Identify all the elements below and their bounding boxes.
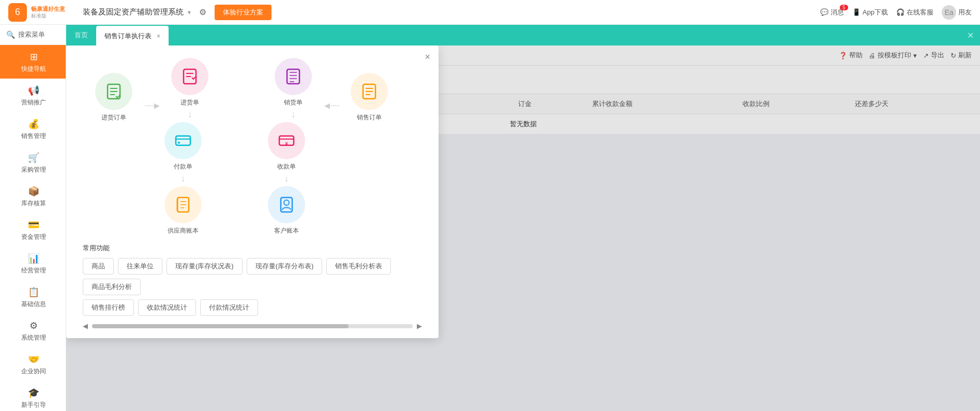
- online-service-btn[interactable]: 🎧 在线客服: [896, 8, 933, 17]
- scroll-left-btn[interactable]: ◀: [83, 322, 88, 330]
- sidebar-item-finance[interactable]: 💳 资金管理: [0, 213, 66, 247]
- payment-bill-icon: [164, 122, 202, 159]
- basic-info-icon: 📋: [28, 286, 39, 298]
- flow-node-receipt-bill[interactable]: ¥ 收款单: [255, 122, 318, 171]
- common-btn-product-gross[interactable]: 商品毛利分析: [83, 279, 141, 295]
- system-icon: ⚙: [29, 320, 38, 331]
- common-btn-receipt-stats[interactable]: 收款情况统计: [138, 299, 196, 316]
- common-btn-stock-distribution[interactable]: 现存量(库存分布表): [247, 258, 323, 275]
- flow-node-customer-ledger[interactable]: 客户账本: [255, 186, 318, 235]
- sidebar-item-basic-info[interactable]: 📋 基础信息: [0, 280, 66, 314]
- flow-node-purchase-order[interactable]: 进货订单: [83, 73, 145, 122]
- logo-area: 6 畅康通好生意 标准版: [8, 3, 74, 22]
- customer-ledger-label: 客户账本: [274, 226, 299, 235]
- sidebar-search-label: 搜索菜单: [18, 30, 45, 39]
- newbie-icon: 🎓: [28, 387, 39, 399]
- avatar-text: Ea: [944, 8, 953, 17]
- app-download-btn[interactable]: 📱 App下载: [852, 8, 888, 17]
- flow-node-supplier-ledger[interactable]: 供应商账本: [152, 186, 214, 235]
- sidebar-item-enterprise[interactable]: 🤝 企业协同: [0, 347, 66, 381]
- sidebar-item-label-newbie: 新手引导: [21, 401, 46, 409]
- flow-node-sales-bill[interactable]: 销货单: [262, 58, 324, 107]
- common-btns-row1: 商品 往来单位 现存量(库存状况表) 现存量(库存分布表) 销售毛利分析表 商品…: [83, 258, 422, 295]
- purchase-order-label: 进货订单: [101, 113, 126, 122]
- sidebar-item-purchase[interactable]: 🛒 采购管理: [0, 146, 66, 179]
- page-content: ❓ 帮助 🖨 按模板打印 ▾ ↗ 导出 ↻ 刷新: [66, 45, 980, 411]
- purchase-bill-label: 进货单: [180, 98, 199, 107]
- svg-point-18: [178, 142, 180, 144]
- gear-icon[interactable]: ⚙: [199, 7, 206, 17]
- common-section: 常用功能 商品 往来单位 现存量(库存状况表) 现存量(库存分布表) 销售毛利分…: [83, 243, 422, 316]
- user-name: 用友: [958, 8, 972, 17]
- receipt-bill-icon: ¥: [268, 122, 305, 159]
- message-icon: 💬: [820, 8, 828, 16]
- common-btn-product[interactable]: 商品: [83, 258, 114, 275]
- sidebar-item-label-finance: 资金管理: [21, 233, 46, 241]
- tab-home[interactable]: 首页: [66, 25, 96, 45]
- sales-order-icon: [351, 73, 388, 110]
- flow-node-sales-order[interactable]: 销售订单: [338, 73, 400, 122]
- supplier-ledger-label: 供应商账本: [168, 226, 199, 235]
- sidebar-item-operations[interactable]: 📊 经营管理: [0, 247, 66, 280]
- scroll-right-btn[interactable]: ▶: [417, 322, 422, 330]
- sidebar-item-quick-nav[interactable]: ⊞ 快捷导航: [0, 45, 66, 79]
- svg-text:¥: ¥: [285, 141, 288, 146]
- sidebar-item-marketing[interactable]: 📢 营销推广: [0, 79, 66, 112]
- inventory-icon: 📦: [28, 186, 39, 197]
- sidebar-item-newbie[interactable]: 🎓 新手引导: [0, 381, 66, 411]
- scroll-thumb[interactable]: [92, 324, 349, 328]
- sidebar: 🔍 搜索菜单 ⊞ 快捷导航 📢 营销推广 💰 销售管理 🛒 采购管理 📦: [0, 25, 66, 411]
- purchase-icon: 🛒: [28, 152, 39, 163]
- main-area: 🔍 搜索菜单 ⊞ 快捷导航 📢 营销推广 💰 销售管理 🛒 采购管理 📦: [0, 25, 980, 411]
- sidebar-item-label-system: 系统管理: [21, 333, 46, 342]
- purchase-bill-icon: [171, 58, 208, 95]
- sidebar-item-system[interactable]: ⚙ 系统管理: [0, 314, 66, 347]
- sidebar-item-label-sales: 销售管理: [21, 132, 46, 141]
- sidebar-item-label-basic-info: 基础信息: [21, 300, 46, 309]
- common-btn-contacts[interactable]: 往来单位: [118, 258, 162, 275]
- system-dropdown-icon[interactable]: ▾: [188, 9, 191, 16]
- tab-home-label: 首页: [74, 31, 88, 40]
- tab-sales-order[interactable]: 销售订单执行表 ×: [96, 26, 169, 47]
- purchase-order-icon: [95, 73, 132, 110]
- sidebar-search[interactable]: 🔍 搜索菜单: [0, 25, 66, 45]
- tab-bar: 首页 销售订单执行表 × ✕: [66, 25, 980, 45]
- experience-btn[interactable]: 体验行业方案: [215, 5, 272, 20]
- popup-panel: × 进货订单: [66, 45, 439, 338]
- finance-icon: 💳: [28, 219, 39, 231]
- common-btns-row2: 销售排行榜 收款情况统计 付款情况统计: [83, 299, 422, 316]
- sales-bill-icon: [275, 58, 312, 95]
- scroll-track[interactable]: [92, 324, 413, 328]
- logo-text: 畅康通好生意 标准版: [31, 5, 65, 19]
- logo-line2: 标准版: [31, 12, 65, 19]
- tab-close-icon[interactable]: ×: [157, 33, 160, 40]
- flow-node-payment-bill[interactable]: 付款单: [152, 122, 214, 171]
- message-badge: 5: [840, 5, 848, 10]
- sales-icon: 💰: [28, 118, 39, 130]
- logo-line1: 畅康通好生意: [31, 5, 65, 12]
- quick-nav-icon: ⊞: [30, 51, 38, 63]
- logo-icon: 6: [8, 3, 27, 22]
- flow-node-purchase-bill[interactable]: 进货单: [159, 58, 221, 107]
- online-service-label: 在线客服: [907, 8, 933, 17]
- sidebar-item-label-enterprise: 企业协同: [21, 367, 46, 376]
- sidebar-item-sales[interactable]: 💰 销售管理: [0, 112, 66, 146]
- common-btn-sales-gross[interactable]: 销售毛利分析表: [326, 258, 391, 275]
- sidebar-item-label-operations: 经营管理: [21, 266, 46, 275]
- receipt-bill-label: 收款单: [277, 162, 296, 171]
- scroll-area: ◀ ▶: [83, 322, 422, 330]
- sales-bill-label: 销货单: [284, 98, 303, 107]
- popup-close-btn[interactable]: ×: [425, 52, 430, 63]
- common-btn-stock-status[interactable]: 现存量(库存状况表): [167, 258, 243, 275]
- common-btn-payment-stats[interactable]: 付款情况统计: [200, 299, 258, 316]
- close-all-icon[interactable]: ✕: [967, 31, 974, 40]
- sidebar-item-inventory[interactable]: 📦 库存核算: [0, 179, 66, 213]
- content-area: 首页 销售订单执行表 × ✕ ❓ 帮助: [66, 25, 980, 411]
- user-area[interactable]: Ea 用友: [942, 5, 972, 20]
- common-btn-sales-rank[interactable]: 销售排行榜: [83, 299, 134, 316]
- system-name-text: 装备及固定资产辅助管理系统: [83, 7, 184, 17]
- message-btn[interactable]: 💬 消息 5: [820, 8, 844, 17]
- svg-rect-23: [176, 199, 178, 211]
- sales-order-label: 销售订单: [357, 113, 382, 122]
- app-download-label: App下载: [863, 8, 888, 17]
